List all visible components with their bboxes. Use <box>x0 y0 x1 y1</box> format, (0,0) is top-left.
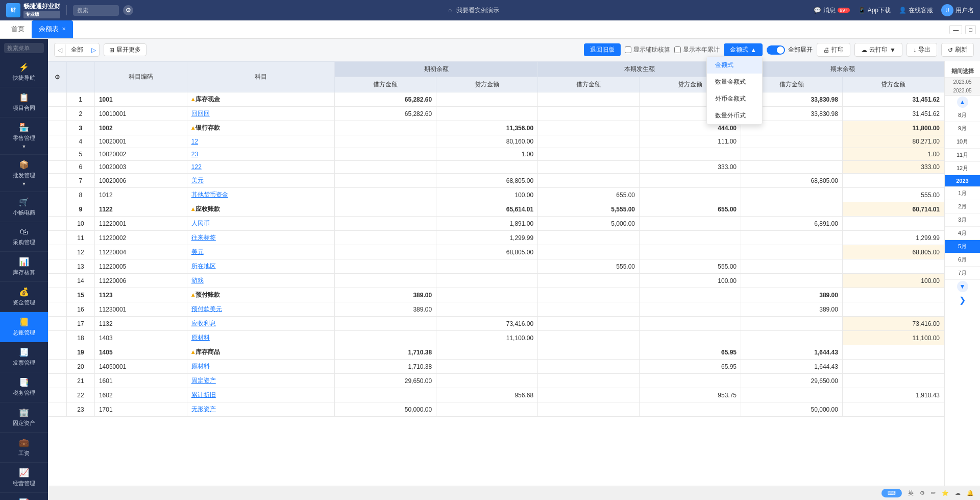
sidebar-item-invoice[interactable]: 🧾 发票管理 <box>0 342 48 372</box>
expand-arrow[interactable]: ▴ <box>191 205 194 212</box>
sidebar-item-tax[interactable]: 📑 税务管理 <box>0 372 48 402</box>
period-3[interactable]: 3月 <box>945 213 980 227</box>
top-search-bar[interactable]: 搜索 <box>73 5 119 16</box>
period-7[interactable]: 7月 <box>945 267 980 280</box>
app-download-btn[interactable]: 📱 App下载 <box>858 6 891 15</box>
filter-back-icon[interactable]: ◁ <box>55 44 66 56</box>
name-cell[interactable]: 人民币 <box>187 217 334 231</box>
name-link[interactable]: 122 <box>191 163 202 171</box>
period-expand-icon[interactable]: ❯ <box>959 295 966 305</box>
name-cell[interactable]: 预付款美元 <box>187 302 334 317</box>
name-link[interactable]: 原材料 <box>191 334 210 341</box>
sidebar-item-assets[interactable]: 🏢 固定资产 <box>0 402 48 433</box>
name-link[interactable]: 其他货币资金 <box>191 191 228 198</box>
dropdown-item-qty-foreign[interactable]: 数量外币式 <box>707 107 762 124</box>
sidebar-item-funds[interactable]: 💰 资金管理 <box>0 282 48 312</box>
cloud-status-icon[interactable]: ☁ <box>955 490 961 496</box>
settings-status-icon[interactable]: ⚙ <box>920 490 925 496</box>
sidebar-item-ecom[interactable]: 🛒 小畅电商 <box>0 192 48 222</box>
maximize-btn[interactable]: □ <box>965 25 976 34</box>
print-btn[interactable]: 🖨 打印 <box>817 43 850 57</box>
period-2[interactable]: 2月 <box>945 200 980 213</box>
period-8[interactable]: 8月 <box>945 109 980 122</box>
name-link[interactable]: 23 <box>191 151 198 158</box>
name-cell[interactable]: 往来标签 <box>187 231 334 245</box>
name-link[interactable]: 无形资产 <box>191 406 216 413</box>
show-aux-checkbox-wrap[interactable]: 显示辅助核算 <box>625 45 670 54</box>
name-cell[interactable]: 23 <box>187 148 334 161</box>
period-2023[interactable]: 2023 <box>945 175 980 187</box>
cloud-print-btn[interactable]: ☁ 云打印 ▼ <box>854 43 902 57</box>
expand-arrow[interactable]: ▴ <box>191 291 194 298</box>
name-link[interactable]: 回回回 <box>191 110 210 117</box>
sidebar-search-input[interactable] <box>4 43 44 53</box>
name-cell[interactable]: 美元 <box>187 245 334 259</box>
sidebar-item-ledger[interactable]: 📒 总账管理 <box>0 312 48 342</box>
period-11[interactable]: 11月 <box>945 149 980 162</box>
name-cell[interactable]: ▴库存现金 <box>187 92 334 107</box>
name-cell[interactable]: 原材料 <box>187 360 334 374</box>
tab-balance[interactable]: 余额表 ✕ <box>32 20 73 38</box>
sidebar-item-retail[interactable]: 🏪 零售管理 ▼ <box>0 117 48 155</box>
period-9[interactable]: 9月 <box>945 122 980 135</box>
show-ytd-checkbox-wrap[interactable]: 显示本年累计 <box>674 45 720 54</box>
expand-more-btn[interactable]: ⊞ 展开更多 <box>104 43 146 56</box>
expand-toggle[interactable] <box>767 45 785 55</box>
notification-btn[interactable]: 💬 消息 99+ <box>814 6 849 15</box>
sidebar-item-purchase[interactable]: 🛍 采购管理 <box>0 222 48 252</box>
name-link[interactable]: 固定资产 <box>191 377 216 384</box>
th-settings[interactable]: ⚙ <box>48 62 67 92</box>
refresh-btn[interactable]: ↺ 刷新 <box>941 43 974 57</box>
name-cell[interactable]: 固定资产 <box>187 374 334 388</box>
name-cell[interactable]: 其他货币资金 <box>187 188 334 202</box>
name-link[interactable]: 美元 <box>191 248 204 255</box>
format-dropdown-btn[interactable]: 金额式 ▲ <box>724 43 763 56</box>
name-cell[interactable]: ▴预付账款 <box>187 288 334 302</box>
name-cell[interactable]: 美元 <box>187 174 334 188</box>
name-link[interactable]: 往来标签 <box>191 234 216 241</box>
period-4[interactable]: 4月 <box>945 227 980 240</box>
name-cell[interactable]: ▴银行存款 <box>187 121 334 135</box>
period-10[interactable]: 10月 <box>945 135 980 149</box>
edit-status-icon[interactable]: ✏ <box>931 490 936 496</box>
export-btn[interactable]: ↓ 导出 <box>906 43 937 57</box>
name-cell[interactable]: 回回回 <box>187 107 334 121</box>
name-link[interactable]: 美元 <box>191 177 204 184</box>
expand-arrow[interactable]: ▴ <box>191 124 194 131</box>
user-avatar[interactable]: U 用户名 <box>941 4 974 16</box>
name-cell[interactable]: ▴库存商品 <box>187 345 334 360</box>
show-aux-checkbox[interactable] <box>625 46 631 53</box>
period-12[interactable]: 12月 <box>945 162 980 175</box>
name-link[interactable]: 原材料 <box>191 363 210 370</box>
name-link[interactable]: 人民币 <box>191 220 210 227</box>
sidebar-item-inventory[interactable]: 📊 库存核算 <box>0 252 48 282</box>
settings-icon[interactable]: ⚙ <box>123 5 133 15</box>
expand-arrow[interactable]: ▴ <box>191 96 194 103</box>
period-up-btn[interactable]: ▲ <box>957 97 968 108</box>
sidebar-item-payroll[interactable]: 💼 工资 <box>0 433 48 463</box>
sidebar-item-contract[interactable]: 📋 项目合同 <box>0 87 48 117</box>
star-status-icon[interactable]: ⭐ <box>942 490 949 496</box>
name-cell[interactable]: 游戏 <box>187 274 334 288</box>
show-ytd-checkbox[interactable] <box>674 46 681 53</box>
sidebar-item-wholesale[interactable]: 📦 批发管理 ▼ <box>0 155 48 192</box>
name-cell[interactable]: 122 <box>187 161 334 174</box>
name-link[interactable]: 12 <box>191 138 198 145</box>
expand-arrow[interactable]: ▴ <box>191 348 194 355</box>
input-method-btn[interactable]: ⌨ <box>881 489 902 497</box>
name-link[interactable]: 所在地区 <box>191 263 216 270</box>
dropdown-item-amount[interactable]: 金额式 <box>707 57 762 74</box>
name-cell[interactable]: 应收利息 <box>187 317 334 331</box>
name-cell[interactable]: 累计折旧 <box>187 388 334 402</box>
sidebar-item-expense[interactable]: 📝 小畅报销 <box>0 493 48 500</box>
tab-home[interactable]: 首页 <box>4 20 32 38</box>
name-cell[interactable]: 12 <box>187 135 334 148</box>
period-5[interactable]: 5月 <box>945 240 980 253</box>
dropdown-item-qty-amount[interactable]: 数量金额式 <box>707 74 762 90</box>
minimize-btn[interactable]: — <box>949 25 962 34</box>
name-link[interactable]: 游戏 <box>191 277 204 284</box>
name-link[interactable]: 应收利息 <box>191 320 216 327</box>
sync-status-icon[interactable]: 🔔 <box>967 490 974 496</box>
name-link[interactable]: 预付款美元 <box>191 305 222 313</box>
tab-close-icon[interactable]: ✕ <box>62 26 66 32</box>
